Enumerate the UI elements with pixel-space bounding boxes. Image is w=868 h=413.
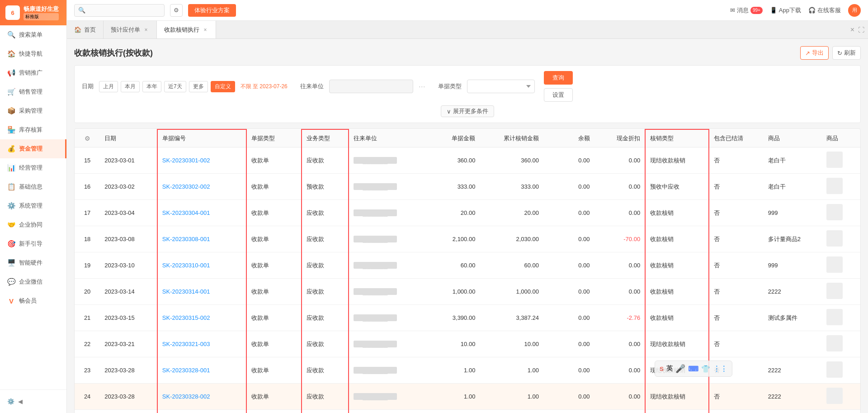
doctype-select-wrap — [467, 80, 535, 93]
date-btn-this-year[interactable]: 本年 — [142, 81, 161, 92]
cell-balance: 0.00 — [543, 410, 594, 413]
tab-close-all-icon[interactable]: × — [850, 26, 854, 34]
docno-link[interactable]: SK-20230314-001 — [162, 288, 210, 295]
filter-row: 日期 上月 本月 本年 近7天 更多 自定义 不限 至 2023-07-26 往… — [82, 71, 853, 102]
query-button[interactable]: 查询 — [544, 71, 573, 85]
docno-link[interactable]: SK-20230304-001 — [162, 209, 210, 216]
cell-included: 否 — [709, 147, 764, 174]
sidebar-item-enterprise[interactable]: 🤝 企业协同 — [0, 215, 66, 234]
tab-collection[interactable]: 收款核销执行 × — [157, 21, 216, 38]
basic-icon: 📋 — [7, 183, 15, 191]
cell-biztype: 应收款 — [302, 357, 349, 384]
docno-link[interactable]: SK-20230315-002 — [162, 314, 210, 321]
cell-partner: ██████ — [349, 279, 423, 305]
docno-link[interactable]: SK-20230302-002 — [162, 183, 210, 190]
doctype-select[interactable] — [467, 80, 535, 93]
sidebar-item-sales[interactable]: 🛒 销售管理 — [0, 82, 66, 101]
cell-included: 否 — [709, 384, 764, 410]
sidebar-item-wechat[interactable]: 💬 企业微信 — [0, 272, 66, 291]
date-btn-last-month[interactable]: 上月 — [99, 81, 118, 92]
sidebar-item-system[interactable]: ⚙️ 系统管理 — [0, 196, 66, 215]
cell-doctype: 收款单 — [246, 279, 302, 305]
sidebar-item-marketing[interactable]: 📢 营销推广 — [0, 63, 66, 82]
th-partner: 往来单位 — [349, 129, 423, 147]
tab-home[interactable]: 🏠 首页 — [67, 21, 104, 38]
table-row: 19 2023-03-10 SK-20230310-001 收款单 应收款 ██… — [75, 252, 860, 279]
cell-date: 2023-03-01 — [100, 147, 157, 174]
sidebar-item-shortcut[interactable]: 🏠 快捷导航 — [0, 44, 66, 63]
cell-doctype: 收款单 — [246, 174, 302, 200]
cell-goodsimg — [822, 279, 860, 305]
cell-date: 2023-03-31 — [100, 410, 157, 413]
sidebar-item-inventory[interactable]: 🏪 库存核算 — [0, 120, 66, 139]
topbar-search-input[interactable] — [88, 7, 160, 14]
sidebar-bottom-settings[interactable]: ⚙️ ◀ — [0, 394, 66, 408]
th-goodsimg: 商品 — [822, 129, 860, 147]
docno-link[interactable]: SK-20230328-001 — [162, 367, 210, 374]
app-download-button[interactable]: 📱 App下载 — [770, 6, 801, 14]
tab-prepay[interactable]: 预计应付单 × — [104, 21, 157, 38]
message-button[interactable]: ✉ 消息 99+ — [730, 6, 763, 14]
cell-date: 2023-03-15 — [100, 305, 157, 331]
cell-balance: 0.00 — [543, 174, 594, 200]
docno-link[interactable]: SK-20230310-001 — [162, 262, 210, 269]
industry-solution-button[interactable]: 体验行业方案 — [188, 4, 236, 17]
cell-goodsimg — [822, 410, 860, 413]
sidebar-item-newbie[interactable]: 🎯 新手引导 — [0, 234, 66, 253]
table-row: 16 2023-03-02 SK-20230302-002 收款单 预收款 ██… — [75, 174, 860, 200]
operations-icon: 📊 — [7, 164, 15, 172]
expand-more-button[interactable]: ∨ 展开更多条件 — [441, 105, 494, 117]
cell-docno: SK-20230314-001 — [157, 279, 246, 305]
tab-collection-close[interactable]: × — [202, 27, 208, 33]
system-icon: ⚙️ — [7, 202, 15, 210]
sidebar-item-hardware[interactable]: 🖥️ 智能硬件 — [0, 253, 66, 272]
date-btn-7days[interactable]: 近7天 — [164, 81, 186, 92]
refresh-button[interactable]: ↻ 刷新 — [832, 46, 861, 60]
date-btn-this-month[interactable]: 本月 — [121, 81, 140, 92]
enterprise-icon: 🤝 — [7, 221, 15, 229]
doctype-filter-label: 单据类型 — [438, 82, 462, 90]
cell-canceltype: 现结收款核销 — [645, 147, 709, 174]
cell-goodsimg — [822, 331, 860, 357]
cell-doctype: 收款单 — [246, 331, 302, 357]
filter-settings-button[interactable]: 设置 — [544, 88, 573, 102]
date-btn-more[interactable]: 更多 — [189, 81, 208, 92]
table-row: 17 2023-03-04 SK-20230304-001 收款单 应收款 ██… — [75, 200, 860, 226]
table-row: 22 2023-03-21 SK-20230321-003 收款单 应收款 ██… — [75, 331, 860, 357]
cell-balance: 0.00 — [543, 200, 594, 226]
docno-link[interactable]: SK-20230301-002 — [162, 157, 210, 164]
main-area: 🔍 ⚙ 体验行业方案 ✉ 消息 99+ 📱 App下载 🎧 在线客服 用 🏠 — [67, 0, 868, 413]
online-service-button[interactable]: 🎧 在线客服 — [808, 6, 841, 14]
cell-partner: ██████ — [349, 226, 423, 252]
partner-input[interactable] — [329, 80, 413, 93]
tab-prepay-close[interactable]: × — [143, 27, 149, 33]
cell-partner: ██████ — [349, 305, 423, 331]
sidebar-item-finance[interactable]: 💰 资金管理 — [0, 139, 66, 158]
cell-included: 否 — [709, 200, 764, 226]
column-settings-icon[interactable]: ⚙ — [85, 135, 90, 142]
export-button[interactable]: ↗ 导出 — [800, 46, 829, 60]
cell-amount: -2,430.00 — [423, 410, 480, 413]
date-btn-custom[interactable]: 自定义 — [211, 81, 235, 92]
docno-link[interactable]: SK-20230308-001 — [162, 236, 210, 242]
th-amount: 单据金额 — [423, 129, 480, 147]
docno-link[interactable]: SK-20230321-003 — [162, 341, 210, 347]
hardware-icon: 🖥️ — [7, 259, 15, 267]
cell-canceltype: 现结收款核销 — [645, 357, 709, 384]
sidebar-item-operations[interactable]: 📊 经营管理 — [0, 158, 66, 177]
sidebar-item-purchase[interactable]: 📦 采购管理 — [0, 101, 66, 120]
cell-balance: 0.00 — [543, 384, 594, 410]
docno-link[interactable]: SK-20230328-002 — [162, 393, 210, 400]
tab-fullscreen-icon[interactable]: ⛶ — [858, 26, 864, 33]
user-avatar[interactable]: 用 — [848, 4, 861, 17]
sidebar-item-member[interactable]: V 畅会员 — [0, 291, 66, 310]
topbar-search-box[interactable]: 🔍 — [74, 4, 165, 17]
sidebar-item-search[interactable]: 🔍 搜索菜单 — [0, 25, 66, 44]
cell-goods: 2222 — [764, 384, 822, 410]
cell-partner: ██████ — [349, 331, 423, 357]
sidebar-item-basic[interactable]: 📋 基础信息 — [0, 177, 66, 196]
topbar-gear-button[interactable]: ⚙ — [170, 4, 183, 17]
cell-cumamt: 1.00 — [480, 384, 543, 410]
page-actions: ↗ 导出 ↻ 刷新 — [800, 46, 861, 60]
cell-discount: 0.00 — [594, 252, 646, 279]
